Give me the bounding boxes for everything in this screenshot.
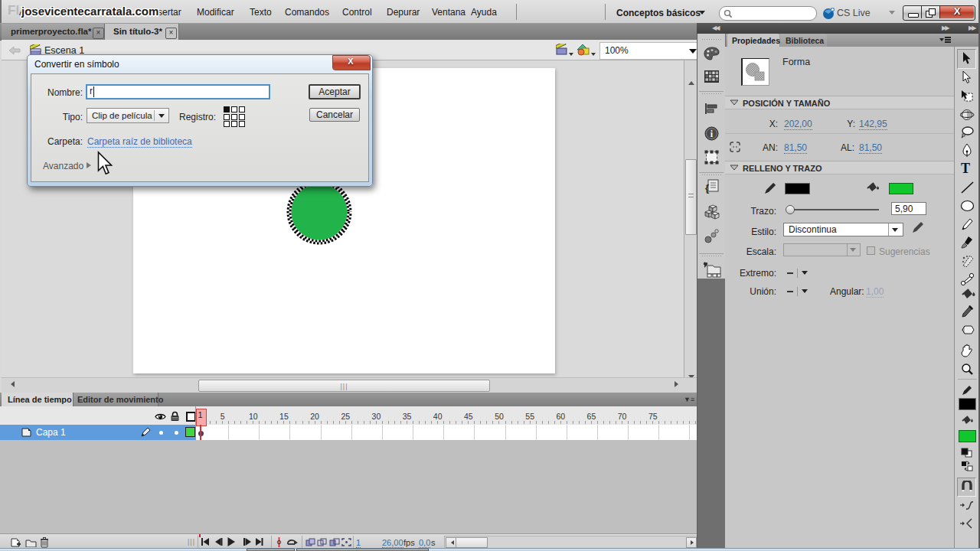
svg-text:{: {: [705, 182, 709, 194]
